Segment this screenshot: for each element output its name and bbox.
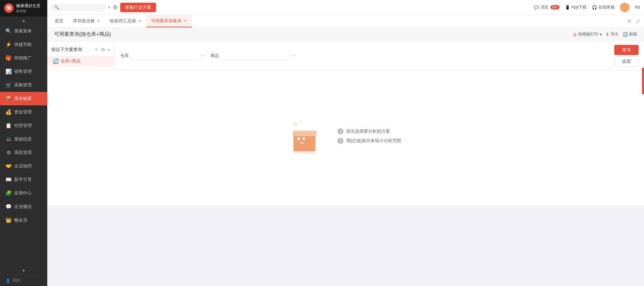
sidebar-item-label: 快捷导航 <box>14 42 32 48</box>
online-service-btn[interactable]: 🎧 在线客服 <box>592 4 615 10</box>
settings-gear-icon[interactable]: ⚙ <box>113 4 118 10</box>
scheme-item-label: 仓库+商品 <box>60 58 81 64</box>
scheme-refresh-icon: 🔄 <box>53 58 58 64</box>
collapse-scheme-btn[interactable]: « <box>107 47 110 53</box>
sidebar-header: 畅 畅康通好生意 标准版 <box>0 0 47 17</box>
main-area: 🔍 ▾ ⚙ 体验行业方案 💬 消息 99+ 📱 App下载 🎧 在线客服 Rit <box>47 0 644 286</box>
sidebar-item-finance[interactable]: 💰 资金管理 <box>0 105 47 119</box>
sidebar-item-sales[interactable]: 📊 销售管理 <box>0 65 47 78</box>
refresh-btn[interactable]: 🔄 刷新 <box>623 31 637 37</box>
username: Rit <box>635 5 640 10</box>
sidebar-item-inventory[interactable]: 📦 库存核算 <box>0 92 47 105</box>
sidebar-item-members[interactable]: 👑 畅会员 <box>0 213 47 227</box>
sidebar-item-enterprise-wechat[interactable]: 💬 企业微信 <box>0 200 47 213</box>
sidebar-item-marketing[interactable]: 🎁 营销推广 <box>0 51 47 65</box>
sidebar-item-label: 营销推广 <box>14 55 32 61</box>
query-button[interactable]: 查询 <box>614 45 639 55</box>
tab-label: 收发存汇总表 <box>110 18 136 24</box>
app-name: 畅康通好生意 标准版 <box>16 3 41 13</box>
messages-label: 消息 <box>540 4 548 10</box>
sidebar-item-label: 畅会员 <box>14 217 27 223</box>
user-icon: 👤 <box>5 278 10 283</box>
tab-close-icon[interactable]: ✕ <box>184 19 187 23</box>
purchase-icon: 🛒 <box>5 82 11 88</box>
tab-label: 库存批次账 <box>73 18 95 24</box>
scheme-settings-btn[interactable]: ⚙ <box>101 47 105 52</box>
tab-home-label: 首页 <box>55 18 63 24</box>
sidebar-item-onboarding[interactable]: 📖 新手引导 <box>0 173 47 186</box>
sidebar-item-label: 新手引导 <box>14 177 32 183</box>
sidebar-scroll-up[interactable]: ▲ <box>0 17 47 24</box>
dropdown-arrow[interactable]: ▾ <box>108 5 110 10</box>
tab-close-icon[interactable]: ✕ <box>138 19 141 23</box>
search-icon: 🔍 <box>5 28 11 34</box>
sidebar-item-label: 库存核算 <box>14 96 32 102</box>
footer-username: 我的 <box>12 278 21 283</box>
sidebar-item-purchase[interactable]: 🛒 采购管理 <box>0 78 47 92</box>
export-btn[interactable]: ⬆ 导出 <box>606 31 619 37</box>
warehouse-more-btn[interactable]: ··· <box>201 53 205 59</box>
messages-badge: 99+ <box>550 5 560 9</box>
sidebar-item-label: 企业微信 <box>14 204 32 210</box>
scheme-item-warehouse-product[interactable]: 🔄 仓库+商品 <box>47 56 114 67</box>
add-scheme-btn[interactable]: ＋ <box>94 46 99 53</box>
sidebar-item-app-center[interactable]: 🧩 应用中心 <box>0 186 47 200</box>
coop-icon: 🤝 <box>5 163 11 169</box>
product-input[interactable] <box>221 52 289 60</box>
sidebar-item-label: 经营管理 <box>14 123 32 129</box>
sidebar-item-system[interactable]: ⚙ 系统管理 <box>0 146 47 159</box>
scheme-header-label: 按以下方案查询 <box>51 47 82 53</box>
topbar: 🔍 ▾ ⚙ 体验行业方案 💬 消息 99+ 📱 App下载 🎧 在线客服 Rit <box>47 0 644 15</box>
sidebar-item-shortcuts[interactable]: ⚡ 快捷导航 <box>0 38 47 51</box>
print-icon: 🖨 <box>573 32 577 37</box>
query-actions: 查询 设置 <box>609 42 644 69</box>
settings-button[interactable]: 设置 <box>614 56 639 67</box>
sidebar-item-operations[interactable]: 📋 经营管理 <box>0 119 47 132</box>
sidebar-item-label: 资金管理 <box>14 109 32 115</box>
app-download-label: App下载 <box>571 4 587 10</box>
export-icon: ⬆ <box>606 32 609 37</box>
tab-home[interactable]: 首页 <box>50 15 68 27</box>
members-icon: 👑 <box>5 217 11 223</box>
sidebar-item-label: 系统管理 <box>14 150 32 156</box>
app-center-icon: 🧩 <box>5 190 11 196</box>
messages-btn[interactable]: 💬 消息 99+ <box>534 4 560 10</box>
warehouse-label: 仓库 <box>120 53 129 59</box>
close-all-tabs-btn[interactable]: ✕ <box>624 18 634 24</box>
topbar-search-box[interactable]: 🔍 <box>51 3 105 11</box>
sidebar-scroll-down[interactable]: ▼ <box>0 267 47 275</box>
print-template-btn[interactable]: 🖨 按模板打印 ▾ <box>573 31 602 37</box>
trial-btn[interactable]: 体验行业方案 <box>120 3 156 12</box>
sidebar-nav: 🔍 搜索菜单 ⚡ 快捷导航 🎁 营销推广 📊 销售管理 🛒 采购管理 📦 库存核… <box>0 24 47 267</box>
inventory-icon: 📦 <box>5 96 11 102</box>
tab-receipts-summary[interactable]: 收发存汇总表 ✕ <box>105 15 146 27</box>
product-label: 商品 <box>210 53 219 59</box>
sidebar-item-basic-info[interactable]: 🗂 基础信息 <box>0 132 47 146</box>
app-download-btn[interactable]: 📱 App下载 <box>565 4 587 10</box>
headset-icon: 🎧 <box>592 5 597 10</box>
onboarding-icon: 📖 <box>5 177 11 183</box>
warehouse-input[interactable] <box>131 52 199 60</box>
filter-section: 仓库 ··· 商品 ··· 查询 设置 <box>115 41 644 70</box>
hint-item-1: 1 请先选择要分析的方案 <box>337 128 401 134</box>
tab-batch-account[interactable]: 库存批次账 ✕ <box>68 15 105 27</box>
page-title: 可用量查询(按仓库+商品) <box>54 31 111 37</box>
dropdown-arrow-icon: ▾ <box>600 32 602 37</box>
download-icon: 📱 <box>565 5 570 10</box>
search-input[interactable] <box>61 5 103 10</box>
right-scrollbar[interactable] <box>642 68 644 95</box>
operations-icon: 📋 <box>5 123 11 129</box>
expand-tabs-btn[interactable]: ⤢ <box>634 18 641 24</box>
sidebar-item-enterprise-coop[interactable]: 🤝 企业协同 <box>0 159 47 173</box>
product-more-btn[interactable]: ··· <box>291 53 295 59</box>
tab-available-stock[interactable]: 可用量库存账本 ✕ <box>146 15 192 27</box>
print-template-label: 按模板打印 <box>578 31 598 37</box>
hint-text-2: 用[过滤]条件来缩小分析范围 <box>346 138 401 144</box>
sidebar-item-search[interactable]: 🔍 搜索菜单 <box>0 24 47 38</box>
sidebar-footer[interactable]: 👤 我的 <box>0 275 47 286</box>
tab-close-icon[interactable]: ✕ <box>97 19 100 23</box>
sidebar-item-label: 搜索菜单 <box>14 28 32 34</box>
scheme-header: 按以下方案查询 ＋ ⚙ « <box>47 45 114 56</box>
avatar <box>620 3 629 12</box>
wechat-icon: 💬 <box>5 204 11 210</box>
